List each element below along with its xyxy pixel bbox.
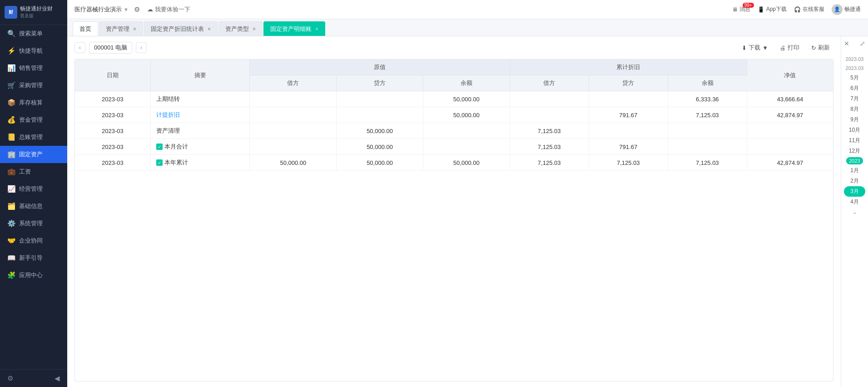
enterprise-icon: 🤝	[7, 237, 15, 245]
sidebar-item-guide[interactable]: 📖 新手引导	[0, 249, 67, 267]
cell-ad_credit: 791.67	[589, 139, 668, 155]
sidebar-label-sales: 销售管理	[19, 64, 43, 72]
cell-date: 2023-03	[75, 91, 150, 107]
sidebar-label-basic-info: 基础信息	[19, 202, 43, 210]
timeline-month-10[interactable]: 10月	[841, 125, 868, 135]
tab-fixed-asset-detail-close[interactable]: ×	[315, 26, 318, 32]
sidebar-label-operations: 经营管理	[19, 185, 43, 193]
settings-icon[interactable]: ⚙	[7, 374, 13, 382]
tab-asset-mgmt[interactable]: 资产管理 ×	[99, 21, 143, 36]
sidebar-item-enterprise[interactable]: 🤝 企业协同	[0, 232, 67, 249]
timeline-month-9[interactable]: 9月	[841, 114, 868, 125]
timeline-month-11[interactable]: 11月	[841, 135, 868, 146]
tab-home[interactable]: 首页	[73, 21, 98, 36]
cell-date: 2023-03	[75, 107, 150, 123]
user-menu[interactable]: 👤 畅捷通	[832, 4, 861, 15]
cell-summary[interactable]: 资产清理	[150, 123, 250, 139]
sidebar-logo: 财 畅捷通好业财 普及版	[0, 0, 67, 25]
message-button[interactable]: 🖥 消息 99+	[732, 5, 750, 13]
cell-ov_debit	[250, 123, 337, 139]
sidebar-item-salary[interactable]: 💼 工资	[0, 163, 67, 180]
topbar-right: 🖥 消息 99+ 📱 App下载 🎧 在线客服 👤 畅捷通	[732, 4, 861, 15]
next-asset-button[interactable]: ›	[136, 42, 147, 53]
sidebar-item-operations[interactable]: 📈 经营管理	[0, 180, 67, 198]
headset-icon: 🎧	[794, 6, 801, 13]
app-center-icon: 🧩	[7, 271, 15, 279]
timeline-month-6[interactable]: 6月	[841, 83, 868, 94]
th-ov-credit: 贷方	[337, 75, 423, 91]
tab-asset-mgmt-close[interactable]: ×	[133, 26, 136, 32]
sidebar-item-purchase[interactable]: 🛒 采购管理	[0, 77, 67, 94]
sidebar-item-sales[interactable]: 📊 销售管理	[0, 60, 67, 77]
tab-asset-type-close[interactable]: ×	[253, 26, 256, 32]
service-button[interactable]: 🎧 在线客服	[794, 5, 824, 13]
lightning-icon: ⚡	[7, 47, 15, 55]
timeline-down-icon[interactable]: ⌄	[852, 208, 858, 215]
sidebar-item-capital[interactable]: 💰 资金管理	[0, 111, 67, 129]
timeline-month-3[interactable]: 3月	[844, 186, 865, 197]
cell-date: 2023-03	[75, 123, 150, 139]
avatar: 👤	[832, 4, 843, 15]
asset-nav-row: ‹ 000001 电脑 › ⬇ 下载 ▼ 🖨 打印 ↻ 刷新	[74, 42, 833, 54]
gear-icon[interactable]: ⚙	[134, 5, 140, 14]
cell-ov_credit	[337, 91, 423, 107]
th-accumulated-depreciation: 累计折旧	[510, 60, 747, 75]
timeline: 2023.03 2023.03 5月 6月 7月 8月 9月 10月 11月 1…	[841, 55, 868, 216]
cell-ov_credit: 50,000.00	[337, 123, 423, 139]
panel-expand-icon[interactable]: ⤢	[860, 40, 865, 47]
message-icon: 🖥	[732, 6, 738, 13]
timeline-month-12[interactable]: 12月	[841, 146, 868, 156]
timeline-month-7[interactable]: 7月	[841, 94, 868, 104]
sidebar-item-system[interactable]: ⚙️ 系统管理	[0, 215, 67, 232]
app-download-label: App下载	[766, 5, 787, 13]
sidebar-nav: 🔍 搜索菜单 ⚡ 快捷导航 📊 销售管理 🛒 采购管理 📦 库存核算 💰 资金管…	[0, 25, 67, 369]
cell-net_value	[747, 123, 833, 139]
sidebar-item-inventory[interactable]: 📦 库存核算	[0, 94, 67, 111]
content-main: ‹ 000001 电脑 › ⬇ 下载 ▼ 🖨 打印 ↻ 刷新	[67, 36, 841, 387]
tab-depreciation-stats[interactable]: 固定资产折旧统计表 ×	[144, 21, 218, 36]
sidebar-item-ledger[interactable]: 📒 总账管理	[0, 129, 67, 146]
print-button[interactable]: 🖨 打印	[776, 42, 803, 54]
th-date: 日期	[75, 60, 150, 91]
collapse-icon[interactable]: ◀	[55, 374, 60, 382]
sidebar-item-basic-info[interactable]: 🗂️ 基础信息	[0, 198, 67, 215]
tab-asset-type[interactable]: 资产类型 ×	[218, 21, 263, 36]
sidebar-label-system: 系统管理	[19, 219, 43, 228]
timeline-month-1[interactable]: 1月	[841, 165, 868, 176]
timeline-month-4[interactable]: 4月	[841, 197, 868, 207]
cell-date: 2023-03	[75, 139, 150, 155]
basic-info-icon: 🗂️	[7, 202, 15, 210]
cell-net_value: 43,666.64	[747, 91, 833, 107]
cell-ov_balance	[423, 123, 510, 139]
sidebar-item-app-center[interactable]: 🧩 应用中心	[0, 267, 67, 284]
tab-fixed-asset-detail[interactable]: 固定资产明细账 ×	[263, 21, 325, 36]
tab-depreciation-close[interactable]: ×	[208, 26, 211, 32]
data-table-wrap: 日期 摘要 原值 累计折旧 净值 借方 贷方 余额 借方 贷方 余额	[74, 59, 833, 382]
cell-ov_debit	[250, 139, 337, 155]
timeline-month-2[interactable]: 2月	[841, 176, 868, 186]
guide-icon: 📖	[7, 254, 15, 262]
refresh-button[interactable]: ↻ 刷新	[808, 42, 833, 54]
sidebar-item-fixed-assets[interactable]: 🏢 固定资产	[0, 146, 67, 163]
print-icon: 🖨	[780, 45, 786, 51]
timeline-month-5[interactable]: 5月	[841, 73, 868, 83]
sidebar-item-search[interactable]: 🔍 搜索菜单	[0, 25, 67, 42]
experience-label: 我要体验一下	[155, 5, 190, 14]
prev-asset-button[interactable]: ‹	[74, 42, 85, 53]
cell-date: 2023-03	[75, 155, 150, 171]
cell-summary[interactable]: 上期结转	[150, 91, 250, 107]
sidebar-item-quick-nav[interactable]: ⚡ 快捷导航	[0, 42, 67, 60]
app-download-button[interactable]: 📱 App下载	[758, 5, 787, 13]
data-table: 日期 摘要 原值 累计折旧 净值 借方 贷方 余额 借方 贷方 余额	[75, 60, 833, 171]
experience-button[interactable]: ☁ 我要体验一下	[147, 5, 190, 14]
company-selector[interactable]: 医疗器械行业演示 ▼	[74, 5, 129, 14]
company-caret-icon: ▼	[124, 7, 129, 12]
download-button[interactable]: ⬇ 下载 ▼	[738, 42, 772, 54]
panel-close-icon[interactable]: ✕	[844, 40, 849, 47]
timeline-year-badge[interactable]: 2023	[846, 157, 863, 164]
timeline-month-8[interactable]: 8月	[841, 104, 868, 114]
download-label: 下载	[749, 44, 760, 52]
cell-summary[interactable]: 计提折旧	[150, 107, 250, 123]
cell-ad_balance: 6,333.36	[668, 91, 747, 107]
asset-code-tag: 000001 电脑	[89, 42, 132, 54]
